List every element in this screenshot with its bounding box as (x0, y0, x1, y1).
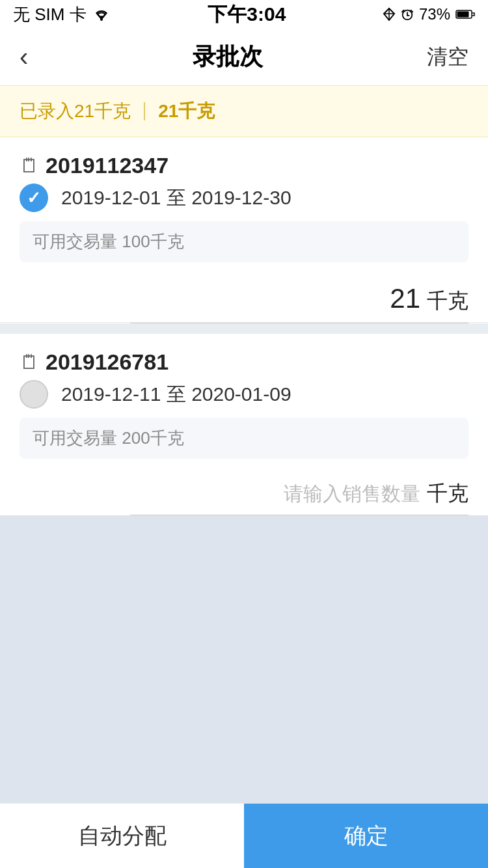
batch-item-2: 🗒 2019126781 2019-12-11 至 2020-01-09 可用交… (0, 334, 488, 459)
amount-row-1: 21 千克 (0, 273, 488, 323)
batch-doc-icon-2: 🗒 (20, 351, 39, 373)
bottom-buttons: 自动分配 确定 (0, 803, 488, 868)
amount-number-1: 21 (390, 283, 420, 314)
confirm-button[interactable]: 确定 (244, 804, 488, 868)
batch-date-2: 2019-12-11 至 2020-01-09 (61, 381, 291, 408)
check-circle-2[interactable] (20, 380, 48, 409)
amount-unit-1: 千克 (427, 287, 468, 316)
wifi-icon (92, 7, 111, 21)
batch-available-1: 可用交易量 100千克 (20, 221, 468, 262)
batch-id-1: 2019112347 (46, 153, 169, 178)
batch-check-row-1[interactable]: 2019-12-01 至 2019-12-30 (20, 183, 468, 212)
status-bar: 无 SIM 卡 下午3:04 73% (0, 0, 488, 29)
batch-doc-icon-1: 🗒 (20, 155, 39, 177)
svg-point-0 (100, 18, 103, 21)
back-button[interactable]: ‹ (20, 42, 28, 72)
status-left: 无 SIM 卡 (13, 3, 111, 26)
batch-check-row-2[interactable]: 2019-12-11 至 2020-01-09 (20, 380, 468, 409)
info-banner: 已录入21千克 21千克 (0, 86, 488, 137)
section-divider (0, 323, 488, 334)
svg-rect-5 (457, 12, 468, 18)
input-row-2[interactable]: 请输入销售数量 千克 (0, 469, 488, 515)
batch-date-1: 2019-12-01 至 2019-12-30 (61, 185, 291, 211)
alarm-icon (401, 7, 414, 21)
batch-header-2: 🗒 2019126781 (20, 349, 468, 375)
status-time: 下午3:04 (208, 1, 286, 28)
batch-id-2: 2019126781 (46, 349, 169, 375)
batch-available-2: 可用交易量 200千克 (20, 418, 468, 459)
page-title: 录批次 (193, 41, 263, 73)
location-icon (383, 7, 396, 21)
input-placeholder-2: 请输入销售数量 (284, 481, 420, 508)
status-right: 73% (383, 5, 475, 23)
banner-divider (144, 102, 145, 120)
input-unit-2: 千克 (427, 480, 468, 508)
gray-area (0, 515, 488, 815)
battery-percent: 73% (419, 5, 450, 23)
recorded-amount-label: 已录入21千克 (20, 99, 131, 124)
sim-label: 无 SIM 卡 (13, 3, 87, 26)
recorded-amount-value: 21千克 (158, 99, 215, 124)
batch-item-1: 🗒 2019112347 2019-12-01 至 2019-12-30 可用交… (0, 137, 488, 262)
batch-header-1: 🗒 2019112347 (20, 153, 468, 178)
check-circle-1[interactable] (20, 183, 48, 212)
clear-button[interactable]: 清空 (427, 43, 468, 72)
nav-bar: ‹ 录批次 清空 (0, 29, 488, 86)
battery-icon (455, 9, 475, 20)
auto-distribute-button[interactable]: 自动分配 (0, 804, 244, 868)
